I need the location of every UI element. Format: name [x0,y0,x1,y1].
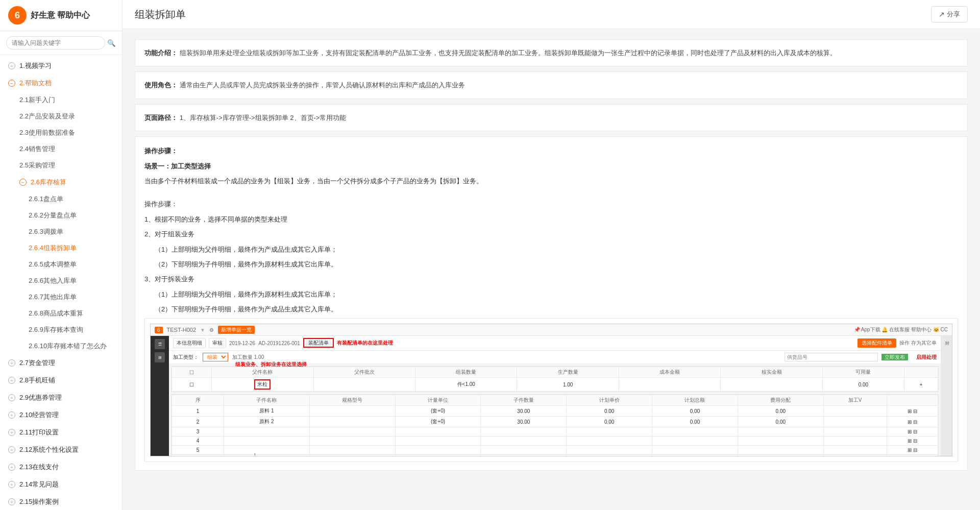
sidebar-item-2-11[interactable]: + 2.11打印设置 [0,424,122,441]
sidebar-item-2-6-3[interactable]: 2.6.3调拨单 [0,224,122,240]
sidebar-item-2-13[interactable]: + 2.13在线支付 [0,458,122,476]
sidebar-item-2-8[interactable]: + 2.8手机旺铺 [0,372,122,389]
mock-annotation-bom: 装配清单 [303,339,334,347]
mock-qty: 加工数量 1.00 [232,354,264,361]
mock-supplier-input[interactable] [785,353,878,361]
table-row: 1 原料 1 (套+0) 30.00 0.00 0.00 0.00 [172,406,938,417]
screenshot-container: 6 TEST-H002 ▼ ⚙ 新增单据一览 📌 App下载 🔔 在线客服 帮助… [144,318,958,462]
sidebar-item-2-6-9[interactable]: 2.6.9库存账本查询 [0,322,122,338]
page-title: 组装拆卸单 [135,8,186,21]
sidebar-item-2-5[interactable]: 2.5采购管理 [0,157,122,174]
mock-arrow-up: ↑ [253,451,256,456]
col-child-total: 计划总额 [652,395,738,406]
mock-left-sidebar: ☰ ⊞ [151,336,169,456]
mock-topbar: 6 TEST-H002 ▼ ⚙ 新增单据一览 📌 App下载 🔔 在线客服 帮助… [151,324,952,336]
expand-2-9-icon: + [8,394,15,401]
share-button[interactable]: ↗ 分享 [931,6,968,22]
collapse-2-6-icon: − [19,179,27,186]
sidebar-item-2-6-1[interactable]: 2.6.1盘点单 [0,191,122,207]
col-available: 可用量 [822,367,904,378]
mock-table-header: ☐ 父件名称 父件批次 组装数量 生产数量 成本金额 核实金额 可用量 [172,367,938,378]
expand-2-10-icon: + [8,411,15,419]
cell-available: 0.00 [822,378,904,392]
role-text: 通常由生产人员或库管人员完成拆装业务的操作，库管人员确认原材料的出库和产成品的入… [180,81,465,89]
expand-2-8-icon: + [8,377,15,384]
sidebar-item-2-12[interactable]: + 2.12系统个性化设置 [0,441,122,458]
sidebar-item-2-4[interactable]: 2.4销售管理 [0,141,122,157]
steps-label: 操作步骤： [144,198,958,210]
role-block: 使用角色： 通常由生产人员或库管人员完成拆装业务的操作，库管人员确认原材料的出库… [135,71,968,99]
sidebar-item-docs[interactable]: − 2.帮助文档 [0,75,122,92]
step3: 3、对于拆装业务 [144,273,958,285]
search-box[interactable]: 🔍 [0,31,122,55]
sidebar-item-2-6-6[interactable]: 2.6.6其他入库单 [0,273,122,289]
mock-tab-btn-1[interactable]: 本信息明细 [173,338,206,348]
col-checkbox: ☐ [172,367,212,378]
col-parent-batch: 父件批次 [313,367,415,378]
sidebar-item-2-7[interactable]: + 2.7资金管理 [0,354,122,372]
path-block: 页面路径： 1、库存核算->库存管理->组装拆卸单 2、首页->常用功能 [135,104,968,131]
mock-code: AD-20191226-001 [258,341,300,346]
cell-checkbox: ☐ [172,378,212,392]
mock-annotation-text-1: 有装配清单的在这里处理 [337,339,393,347]
sidebar-item-2-6-5[interactable]: 2.6.5成本调整单 [0,256,122,273]
mock-form-type-row: 加工类型： 组装 拆卸 加工数量 1.00 组装业务、拆卸业务在这里选择 [169,351,941,364]
logo-icon: 6 [8,6,27,25]
mock-qiyong-area: 立即发布 [785,353,908,361]
cell-batch [313,378,415,392]
mock-child-table: 序 子件名称 规格型号 计量单位 子件数量 计划单价 计划总额 费用分配 [172,395,938,456]
col-child-ops [887,395,938,406]
sidebar-item-2-14[interactable]: + 2.14常见问题 [0,476,122,493]
cell-produce-qty: 1.00 [517,378,619,392]
sidebar-item-2-9[interactable]: + 2.9优惠券管理 [0,389,122,406]
col-parent-name: 父件名称 [212,367,313,378]
col-actions [904,367,938,378]
step2-2: （2）下部明细为子件明细，最终作为原材料生成其它出库单。 [155,258,958,270]
sidebar: 6 好生意 帮助中心 🔍 + 1.视频学习 − 2.帮助文档 2.1新手入门 2… [0,0,122,510]
sidebar-item-2-6-7[interactable]: 2.6.7其他出库单 [0,289,122,305]
expand-2-15-icon: + [8,498,15,505]
expand-icon: + [8,62,15,69]
mock-type-select[interactable]: 组装 拆卸 [203,353,228,361]
mock-select-bom-btn[interactable]: 选择配件清单 [857,338,896,348]
mock-lower-table: 序 子件名称 规格型号 计量单位 子件数量 计划单价 计划总额 费用分配 [171,394,939,456]
cell-row-actions: + [904,378,938,392]
col-child-plan-qty: 计量单位 [395,395,481,406]
mock-form-header: 本信息明细 审核 2019-12-26 AD-20191226-001 装配清单… [169,336,941,351]
sidebar-item-2-15[interactable]: + 2.15操作案例 [0,493,122,510]
sidebar-item-video[interactable]: + 1.视频学习 [0,57,122,75]
expand-2-13-icon: + [8,464,15,471]
sidebar-item-2-6-2[interactable]: 2.6.2分量盘点单 [0,207,122,224]
mock-right-panel: 附 [941,336,952,456]
search-button[interactable]: 🔍 [107,39,116,47]
scenario-title: 场景一：加工类型选择 [144,160,958,172]
mock-logo: 6 [155,327,163,333]
sidebar-item-2-3[interactable]: 2.3使用前数据准备 [0,125,122,141]
col-actual-cost: 核实金额 [721,367,822,378]
mock-child-header: 序 子件名称 规格型号 计量单位 子件数量 计划单价 计划总额 费用分配 [172,395,938,406]
steps-content: 操作步骤： 场景一：加工类型选择 当由多个子件材料组装成一个成品的业务为【组装】… [135,136,968,471]
mock-new-badge[interactable]: 新增单据一览 [218,326,255,334]
mock-confirm-btn[interactable]: 立即发布 [881,354,908,360]
sidebar-item-2-1[interactable]: 2.1新手入门 [0,92,122,108]
sidebar-item-2-6[interactable]: − 2.6库存核算 [0,174,122,191]
col-child-alloc: 费用分配 [738,395,823,406]
intro-text: 组装拆卸单用来处理企业组装或拆卸等加工业务，支持有固定装配清单的产品加工业务，也… [180,49,837,57]
path-text: 1、库存核算->库存管理->组装拆卸单 2、首页->常用功能 [180,114,347,122]
sidebar-item-2-6-4[interactable]: 2.6.4组装拆卸单 [0,240,122,256]
expand-2-14-icon: + [8,481,15,488]
sidebar-item-2-6-8[interactable]: 2.6.8商品成本重算 [0,305,122,322]
col-child-name: 子件名称 [224,395,310,406]
sidebar-item-2-10[interactable]: + 2.10经营管理 [0,406,122,424]
search-input[interactable] [6,36,105,50]
main-content: 组装拆卸单 ↗ 分享 功能介绍： 组装拆卸单用来处理企业组装或拆卸等加工业务，支… [122,0,980,510]
cell-parent-name: 米粒 [212,378,313,392]
mock-date: 2019-12-26 [229,341,255,346]
table-row: 5 [172,446,938,455]
sidebar-item-2-2[interactable]: 2.2产品安装及登录 [0,108,122,125]
sidebar-item-2-6-10[interactable]: 2.6.10库存账本错了怎么办 [0,338,122,354]
mock-type-label: 加工类型： [173,354,199,361]
mock-action-btns: 操作 存为其它单 [899,339,937,347]
mock-tab-btn-2[interactable]: 审核 [209,338,226,348]
mock-upper-table: ☐ 父件名称 父件批次 组装数量 生产数量 成本金额 核实金额 可用量 [171,366,939,392]
